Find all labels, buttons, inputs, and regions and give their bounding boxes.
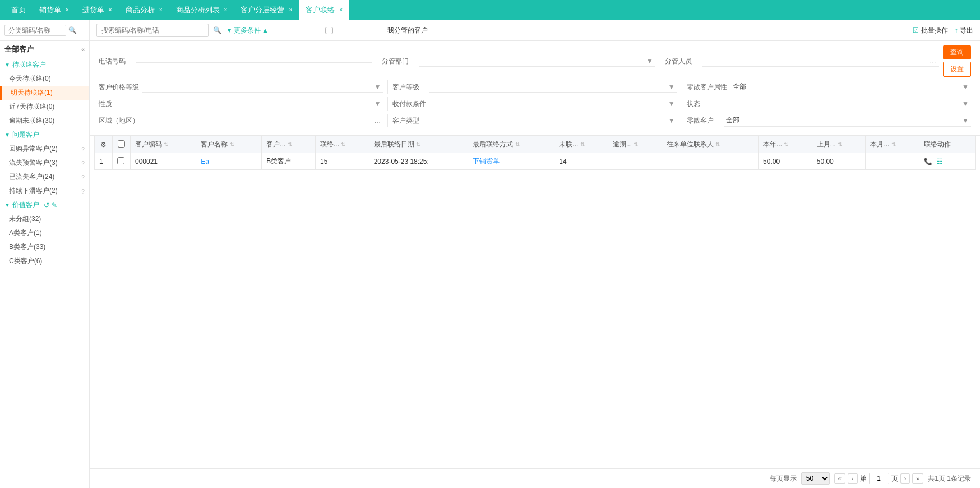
- col-last-date-header[interactable]: 最后联络日期 ⇅: [369, 136, 468, 153]
- sort-icon: ⇅: [580, 141, 585, 148]
- phone-input[interactable]: [136, 60, 372, 63]
- col-type-header[interactable]: 客户... ⇅: [262, 136, 316, 153]
- row-unit-contact: [662, 153, 758, 170]
- sidebar: 🔍 全部客户 « ▼ 待联络客户 今天待联络(0) 明天待联络(1) 近7天待联…: [0, 20, 90, 488]
- dept-select[interactable]: ▼: [419, 56, 655, 67]
- main-layout: 🔍 全部客户 « ▼ 待联络客户 今天待联络(0) 明天待联络(1) 近7天待联…: [0, 20, 980, 488]
- nav-purchase[interactable]: 进货单 ×: [76, 0, 119, 20]
- triangle-icon: ▼: [4, 62, 10, 68]
- status-select[interactable]: ▼: [724, 99, 971, 109]
- customer-level-select[interactable]: ▼: [429, 82, 677, 93]
- nav-home[interactable]: 首页: [4, 0, 33, 20]
- sidebar-item-today-contact[interactable]: 今天待联络(0): [0, 72, 89, 86]
- nav-sales[interactable]: 销货单 ×: [33, 0, 76, 20]
- search-icon[interactable]: 🔍: [213, 26, 221, 34]
- col-last-month-header[interactable]: 上月... ⇅: [812, 136, 866, 153]
- row-checkbox[interactable]: [113, 153, 131, 170]
- batch-ops-button[interactable]: ☑ 批量操作: [913, 26, 947, 35]
- row-last-way[interactable]: 下销货单: [468, 153, 554, 170]
- col-no-contact-header[interactable]: 未联... ⇅: [554, 136, 608, 153]
- sidebar-item-ungrouped[interactable]: 未分组(32): [0, 212, 89, 226]
- sort-icon: ⇅: [784, 141, 788, 148]
- nav-product-analysis-table[interactable]: 商品分析列表 ×: [169, 0, 234, 20]
- close-icon[interactable]: ×: [339, 0, 343, 20]
- filter-icon: ▼: [226, 26, 233, 34]
- nature-select[interactable]: ▼: [136, 99, 383, 109]
- col-checkbox-header[interactable]: [113, 136, 131, 153]
- prev-page-button[interactable]: ‹: [848, 473, 858, 484]
- sidebar-search-button[interactable]: 🔍: [68, 26, 77, 34]
- sidebar-item-7day-contact[interactable]: 近7天待联络(0): [0, 100, 89, 114]
- first-page-button[interactable]: «: [834, 473, 845, 484]
- refresh-icon[interactable]: ↺: [44, 201, 49, 209]
- sidebar-search-input[interactable]: [4, 25, 66, 36]
- sidebar-item-tomorrow-contact[interactable]: 明天待联络(1): [0, 86, 89, 100]
- edit-icon[interactable]: ✎: [52, 201, 57, 209]
- sidebar-item-churn-warning[interactable]: 流失预警客户(3) ?: [0, 156, 89, 170]
- nav-customer-segment[interactable]: 客户分层经营 ×: [234, 0, 299, 20]
- close-icon[interactable]: ×: [66, 0, 69, 20]
- col-contact-header[interactable]: 联络... ⇅: [316, 136, 369, 153]
- row-select-checkbox[interactable]: [117, 157, 124, 164]
- phone-action-icon[interactable]: 📞: [924, 158, 932, 165]
- row-name[interactable]: Ea: [196, 153, 262, 170]
- nav-customer-contact[interactable]: 客户联络 ×: [299, 0, 349, 20]
- filter-more-button[interactable]: ▼ 更多条件 ▲: [226, 26, 269, 35]
- triangle-icon: ▼: [4, 202, 10, 208]
- collapse-icon: «: [81, 46, 85, 53]
- sidebar-item-class-b[interactable]: B类客户(33): [0, 240, 89, 254]
- close-icon[interactable]: ×: [289, 0, 292, 20]
- retail-customer-select[interactable]: 全部▼: [724, 114, 971, 127]
- payment-terms-select[interactable]: ▼: [429, 99, 677, 109]
- close-icon[interactable]: ×: [224, 0, 228, 20]
- table-area: ⚙ 客户编码 ⇅ 客户名称 ⇅ 客户... ⇅: [90, 136, 980, 468]
- sidebar-item-class-c[interactable]: C类客户(6): [0, 254, 89, 268]
- sidebar-item-repurchase-abnormal[interactable]: 回购异常客户(2) ?: [0, 142, 89, 156]
- price-level-select[interactable]: ▼: [142, 82, 383, 93]
- last-page-button[interactable]: »: [912, 473, 923, 484]
- filter-row-3: 性质 ▼ 收付款条件 ▼ 状态 ▼: [99, 97, 971, 111]
- grid-action-icon[interactable]: ☷: [937, 158, 943, 165]
- search-input[interactable]: [96, 24, 209, 37]
- retail-attr-select[interactable]: 全部▼: [731, 81, 971, 93]
- filter-row-4: 区域（地区） … 客户类型 ▼ 零散客户 全部▼: [99, 114, 971, 127]
- my-customer-checkbox-area[interactable]: 我分管的客户: [273, 26, 428, 35]
- manager-select[interactable]: …: [702, 56, 939, 67]
- col-overdue-header[interactable]: 逾期... ⇅: [608, 136, 662, 153]
- sidebar-item-churned[interactable]: 已流失客户(24) ?: [0, 170, 89, 184]
- col-unit-contact-header[interactable]: 往来单位联系人 ⇅: [662, 136, 758, 153]
- next-page-button[interactable]: ›: [900, 473, 910, 484]
- footer: 每页显示 50 100 200 « ‹ 第 页 › » 共1页 1条记录: [90, 468, 980, 488]
- filter-customer-level: 客户等级 ▼: [392, 82, 677, 93]
- query-button[interactable]: 查询: [943, 45, 971, 59]
- close-icon[interactable]: ×: [159, 0, 163, 20]
- all-customers-header[interactable]: 全部客户 «: [0, 41, 89, 58]
- settings-button[interactable]: 设置: [943, 62, 971, 77]
- col-this-month-header[interactable]: 本月... ⇅: [866, 136, 919, 153]
- my-customer-checkbox[interactable]: [273, 27, 385, 34]
- last-way-link[interactable]: 下销货单: [473, 157, 500, 165]
- per-page-select[interactable]: 50 100 200: [801, 472, 830, 485]
- sidebar-item-overdue-contact[interactable]: 逾期未联络(30): [0, 114, 89, 128]
- col-settings-header[interactable]: ⚙: [95, 136, 113, 153]
- total-info: 共1页 1条记录: [928, 474, 971, 484]
- region-select[interactable]: …: [142, 116, 383, 126]
- sort-icon: ⇅: [341, 141, 345, 148]
- filter-phone: 电话号码: [99, 57, 372, 66]
- select-all-checkbox[interactable]: [118, 140, 125, 148]
- nav-product-analysis[interactable]: 商品分析 ×: [119, 0, 169, 20]
- sidebar-item-declining[interactable]: 持续下滑客户(2) ?: [0, 184, 89, 198]
- col-last-way-header[interactable]: 最后联络方式 ⇅: [468, 136, 554, 153]
- customer-table: ⚙ 客户编码 ⇅ 客户名称 ⇅ 客户... ⇅: [94, 136, 976, 170]
- export-button[interactable]: ↑ 导出: [955, 26, 973, 35]
- filter-region: 区域（地区） …: [99, 116, 383, 126]
- customer-type-select[interactable]: ▼: [429, 116, 677, 126]
- col-this-year-header[interactable]: 本年... ⇅: [759, 136, 812, 153]
- close-icon[interactable]: ×: [109, 0, 112, 20]
- page-input[interactable]: [869, 473, 889, 484]
- sidebar-item-class-a[interactable]: A类客户(1): [0, 226, 89, 240]
- col-name-header[interactable]: 客户名称 ⇅: [196, 136, 262, 153]
- filter-row-2: 客户价格等级 ▼ 客户等级 ▼ 零散客户属性 全部▼: [99, 80, 971, 94]
- row-actions: 📞 ☷: [919, 153, 976, 170]
- col-code-header[interactable]: 客户编码 ⇅: [131, 136, 196, 153]
